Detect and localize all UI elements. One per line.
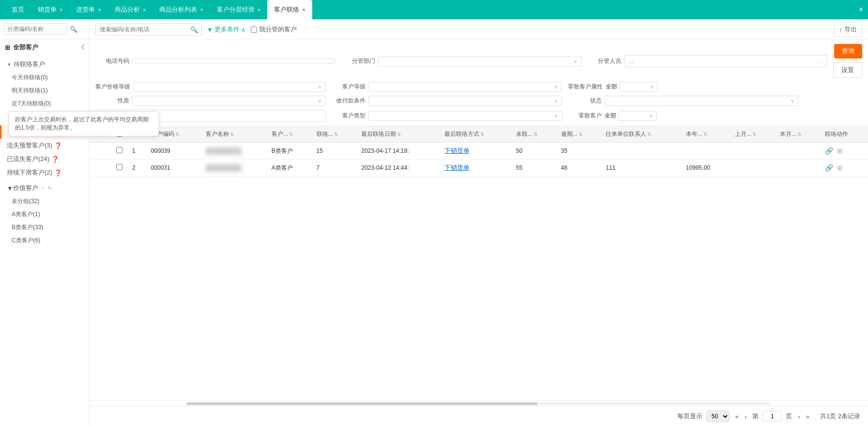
close-sales-tab[interactable]: × xyxy=(60,7,62,13)
manager-more-icon: ... xyxy=(819,59,823,64)
grid-action-icon-1[interactable]: ⊞ xyxy=(837,147,843,155)
query-button[interactable]: 查询 xyxy=(834,44,862,59)
close-purchase-tab[interactable]: × xyxy=(98,7,101,13)
nav-sales[interactable]: 销货单 × xyxy=(31,0,69,19)
value-customer-title[interactable]: ▼ 价值客户 ○ ✎ xyxy=(0,181,89,195)
sidebar-item-class-c[interactable]: C类客户(6) xyxy=(0,234,89,247)
cell-checkbox-2[interactable] xyxy=(111,160,127,176)
window-close-button[interactable]: × xyxy=(859,5,863,14)
my-customer-checkbox[interactable] xyxy=(251,27,257,33)
customer-grade-select[interactable]: ∨ xyxy=(368,82,562,92)
cell-this-month-1 xyxy=(775,143,820,160)
cell-last-method-2[interactable]: 下销货单 xyxy=(440,160,511,176)
cell-type-2: A类客户 xyxy=(267,160,312,176)
th-overdue[interactable]: 逾期...⇅ xyxy=(556,126,601,143)
th-this-year[interactable]: 本年...⇅ xyxy=(681,126,731,143)
th-uncontacted[interactable]: 未联...⇅ xyxy=(511,126,556,143)
close-product-analysis-tab[interactable]: × xyxy=(143,7,146,13)
sidebar-item-7days[interactable]: 近7天待联络(0) xyxy=(0,97,89,110)
customer-type-select[interactable]: ∨ xyxy=(368,111,562,121)
pending-contact-title[interactable]: ▼ 待联络客户 xyxy=(0,58,89,71)
nav-last-btn[interactable]: » xyxy=(804,412,811,421)
nav-next-btn[interactable]: › xyxy=(796,412,802,421)
nav-first-btn[interactable]: « xyxy=(733,412,741,421)
th-last-method[interactable]: 最后联络方式⇅ xyxy=(440,126,511,143)
sidebar-search-input[interactable] xyxy=(4,23,67,35)
cell-checkbox-1[interactable] xyxy=(111,143,127,160)
value-circle-icon[interactable]: ○ xyxy=(41,185,45,191)
sidebar-search-icon[interactable]: 🔍 xyxy=(70,26,77,33)
th-prev-contact[interactable]: 往来单位联系人⇅ xyxy=(601,126,681,143)
scatter-attr-select[interactable]: ∨ xyxy=(619,82,658,92)
dept-select[interactable]: ∨ xyxy=(378,56,581,66)
value-customer-group: ▼ 价值客户 ○ ✎ 未分组(32) A类客户(1) B类客户(33) C类客户… xyxy=(0,179,89,249)
page-navigation: « ‹ 第 页 › » xyxy=(733,411,811,422)
cell-last-method-1[interactable]: 下销货单 xyxy=(440,143,511,160)
cell-this-year-1 xyxy=(681,143,731,160)
row1-checkbox[interactable] xyxy=(116,147,122,153)
grid-action-icon-2[interactable]: ⊞ xyxy=(837,164,843,172)
row2-checkbox[interactable] xyxy=(116,164,122,170)
nav-customer-contact[interactable]: 客户联络 × xyxy=(267,0,312,19)
th-last-date[interactable]: 最后联络日期⇅ xyxy=(356,126,439,143)
filter-row-2: 客户价格等级 ∨ 客户等级 ∨ 零散客户属性 全部 xyxy=(95,82,862,92)
settings-button[interactable]: 设置 xyxy=(833,62,862,78)
filter-search-icon: 🔍 xyxy=(190,26,198,33)
last-method-link-2[interactable]: 下销货单 xyxy=(444,164,470,171)
payment-select[interactable]: ∨ xyxy=(368,96,562,106)
sidebar-item-lost-customers[interactable]: 已流失客户(24) ❓ xyxy=(0,152,89,166)
nature-select[interactable]: ∨ xyxy=(132,96,326,106)
nav-purchase[interactable]: 进货单 × xyxy=(69,0,107,19)
th-this-month[interactable]: 本月...⇅ xyxy=(775,126,820,143)
all-customers-header[interactable]: ⊞ 全部客户 《 xyxy=(0,39,89,56)
scatter-customer-field: 零散客户 全部 ∨ xyxy=(568,111,798,121)
price-grade-select[interactable]: ∨ xyxy=(133,82,326,92)
link-icon-1[interactable]: 🔗 xyxy=(825,147,833,155)
th-last-month[interactable]: 上月...⇅ xyxy=(730,126,775,143)
collapse-sidebar-btn[interactable]: 《 xyxy=(78,44,84,52)
nav-prev-btn[interactable]: ‹ xyxy=(743,412,748,421)
sidebar-item-unclassified[interactable]: 未分组(32) xyxy=(0,195,89,208)
th-contact[interactable]: 联络...⇅ xyxy=(312,126,357,143)
nav-home[interactable]: 首页 xyxy=(5,0,31,19)
cell-last-date-1: 2023-04-17 14:19: xyxy=(356,143,439,160)
close-customer-contact-tab[interactable]: × xyxy=(302,7,305,13)
value-edit-icon[interactable]: ✎ xyxy=(47,185,52,191)
scroll-thumb[interactable] xyxy=(186,402,537,405)
scatter-customer-select[interactable]: ∨ xyxy=(618,111,657,121)
th-type[interactable]: 客户...⇅ xyxy=(267,126,312,143)
nav-product-analysis[interactable]: 商品分析 × xyxy=(108,0,152,19)
more-conditions-btn[interactable]: ▼ 更多条件 ∧ xyxy=(207,25,246,34)
sidebar-item-loss-warning[interactable]: 流失预警客户(3) ❓ xyxy=(0,139,89,152)
close-customer-tier-tab[interactable]: × xyxy=(258,7,260,13)
cell-code-1[interactable]: 000039 xyxy=(146,143,201,160)
sidebar-item-class-a[interactable]: A类客户(1) xyxy=(0,208,89,221)
page-input[interactable] xyxy=(762,411,782,422)
horizontal-scrollbar[interactable] xyxy=(90,400,868,406)
last-method-link-1[interactable]: 下销货单 xyxy=(444,147,470,154)
close-product-analysis-list-tab[interactable]: × xyxy=(200,7,203,13)
cell-contact-1: 15 xyxy=(312,143,357,160)
link-icon-2[interactable]: 🔗 xyxy=(825,164,833,172)
sidebar-item-declining[interactable]: 持续下滑客户(2) ❓ xyxy=(0,166,89,179)
my-customer-checkbox-area[interactable]: 我分管的客户 xyxy=(251,25,297,34)
nav-customer-tier[interactable]: 客户分层经营 × xyxy=(210,0,267,19)
value-arrow-icon: ▼ xyxy=(7,185,13,192)
filter-search-input[interactable] xyxy=(95,23,202,36)
manager-field: 分管人员 ... ... xyxy=(587,55,827,67)
export-button[interactable]: ↑ 导出 xyxy=(834,22,863,37)
th-name[interactable]: 客户名称⇅ xyxy=(201,126,267,143)
nav-product-analysis-list[interactable]: 商品分析列表 × xyxy=(152,0,210,19)
sidebar-item-today[interactable]: 今天待联络(0) xyxy=(0,71,89,84)
per-page-select[interactable]: 50 xyxy=(706,411,730,422)
cell-name-2: ████████ xyxy=(201,160,267,176)
sidebar-item-class-b[interactable]: B类客户(33) xyxy=(0,221,89,234)
blurred-name-2: ████████ xyxy=(206,164,242,172)
sidebar-item-tomorrow[interactable]: 明天待联络(1) xyxy=(0,84,89,97)
status-select[interactable]: ∨ xyxy=(605,96,798,106)
sidebar-search-area: 🔍 xyxy=(0,19,89,39)
table-area: ⚙ 客户编码⇅ 客户名称⇅ 客户...⇅ 联络...⇅ 最后联络日期⇅ 最后联络… xyxy=(90,126,868,400)
manager-select[interactable]: ... ... xyxy=(624,55,827,67)
cell-code-2[interactable]: 000031 xyxy=(146,160,201,176)
phone-input[interactable] xyxy=(132,59,335,63)
